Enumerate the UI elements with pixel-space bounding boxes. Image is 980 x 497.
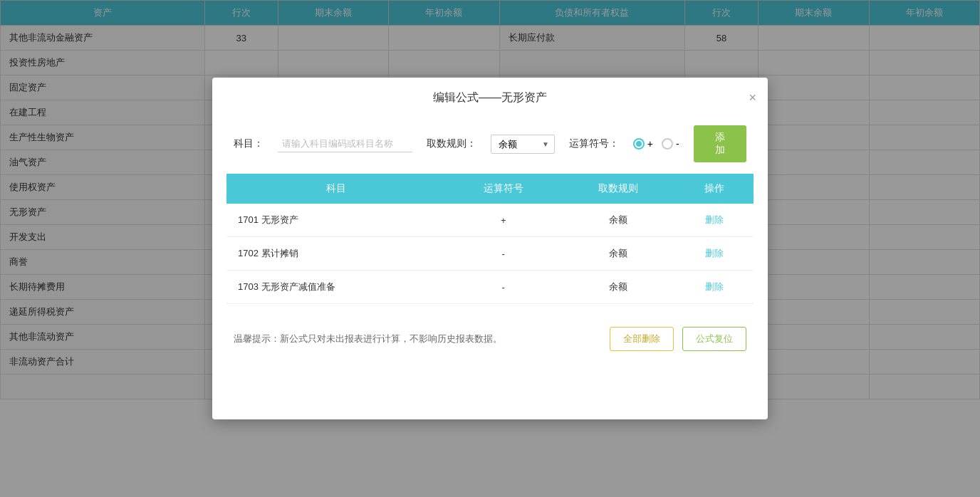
radio-minus-item[interactable]: - xyxy=(662,138,679,150)
subject-label: 科目： xyxy=(234,137,264,150)
formula-subject: 1701 无形资产 xyxy=(226,204,446,237)
formula-action[interactable]: 删除 xyxy=(675,204,754,237)
footer-buttons: 全部删除 公式复位 xyxy=(610,327,746,351)
formula-operator: - xyxy=(446,271,561,304)
formula-operator: - xyxy=(446,237,561,271)
th-operator: 运算符号 xyxy=(446,174,561,204)
th-subject: 科目 xyxy=(226,174,446,204)
radio-plus-item[interactable]: + xyxy=(633,138,653,150)
formula-rule: 余额 xyxy=(561,237,675,271)
reset-formula-button[interactable]: 公式复位 xyxy=(682,327,746,351)
radio-minus-label: - xyxy=(676,138,679,150)
formula-subject: 1703 无形资产减值准备 xyxy=(226,271,446,304)
formula-row: 1703 无形资产减值准备 - 余额 删除 xyxy=(226,271,754,304)
tip-text: 温馨提示：新公式只对未出报表进行计算，不影响历史报表数据。 xyxy=(234,333,502,345)
rule-select[interactable]: 余额借方贷方借方发生额贷方发生额 xyxy=(491,135,555,154)
formula-operator: + xyxy=(446,204,561,237)
formula-subject: 1702 累计摊销 xyxy=(226,237,446,271)
operator-label: 运算符号： xyxy=(569,137,619,150)
delete-all-button[interactable]: 全部删除 xyxy=(610,327,674,351)
rule-label: 取数规则： xyxy=(427,137,476,150)
operator-radio-group: + - xyxy=(633,138,679,150)
delete-link[interactable]: 删除 xyxy=(705,214,724,225)
rule-select-wrapper: 余额借方贷方借方发生额贷方发生额 ▼ xyxy=(491,135,555,154)
formula-rule: 余额 xyxy=(561,204,675,237)
page-container: 资产 行次 期末余额 年初余额 负债和所有者权益 行次 期末余额 年初余额 其他… xyxy=(0,0,980,497)
radio-plus-icon xyxy=(633,138,645,150)
form-row: 科目： 取数规则： 余额借方贷方借方发生额贷方发生额 ▼ 运算符号： + xyxy=(212,117,768,174)
formula-action[interactable]: 删除 xyxy=(675,237,754,271)
add-button[interactable]: 添加 xyxy=(694,125,746,162)
formula-row: 1702 累计摊销 - 余额 删除 xyxy=(226,237,754,271)
modal-close-button[interactable]: × xyxy=(749,90,756,105)
formula-rule: 余额 xyxy=(561,271,675,304)
modal-title: 编辑公式——无形资产 xyxy=(433,90,547,105)
formula-action[interactable]: 删除 xyxy=(675,271,754,304)
th-action: 操作 xyxy=(675,174,754,204)
modal-header: 编辑公式——无形资产 × xyxy=(212,78,768,117)
formula-table: 科目 运算符号 取数规则 操作 1701 无形资产 + 余额 删除 1702 累… xyxy=(226,174,754,304)
delete-link[interactable]: 删除 xyxy=(705,281,724,292)
data-table-wrap: 科目 运算符号 取数规则 操作 1701 无形资产 + 余额 删除 1702 累… xyxy=(226,174,754,304)
formula-row: 1701 无形资产 + 余额 删除 xyxy=(226,204,754,237)
modal-footer: 温馨提示：新公式只对未出报表进行计算，不影响历史报表数据。 全部删除 公式复位 xyxy=(212,315,768,358)
modal-dialog: 编辑公式——无形资产 × 科目： 取数规则： 余额借方贷方借方发生额贷方发生额 … xyxy=(212,78,768,419)
modal-overlay: 编辑公式——无形资产 × 科目： 取数规则： 余额借方贷方借方发生额贷方发生额 … xyxy=(0,0,980,497)
table-header-row: 科目 运算符号 取数规则 操作 xyxy=(226,174,754,204)
subject-input[interactable] xyxy=(278,135,412,152)
radio-plus-label: + xyxy=(647,138,653,150)
radio-minus-icon xyxy=(662,138,673,150)
delete-link[interactable]: 删除 xyxy=(705,248,724,258)
th-rule: 取数规则 xyxy=(561,174,675,204)
